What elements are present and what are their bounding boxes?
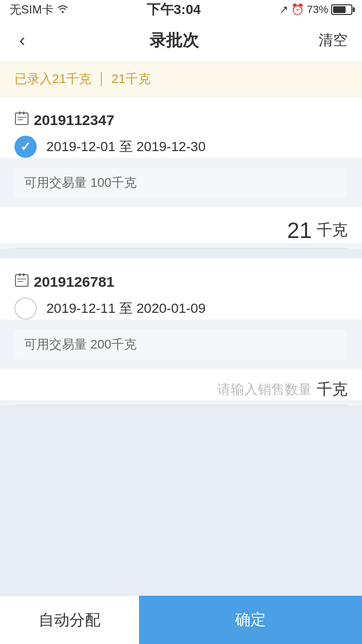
batch-header-1: 2019112347 xyxy=(14,111,348,129)
banner-divider xyxy=(101,72,102,86)
svg-rect-7 xyxy=(23,273,25,276)
svg-rect-0 xyxy=(15,113,28,125)
bottom-bar: 自动分配 确定 xyxy=(0,596,362,644)
batch-icon-2 xyxy=(14,273,29,291)
batch-row-1: 2019-12-01 至 2019-12-30 xyxy=(14,136,348,158)
status-right: ↗ ⏰ 73% xyxy=(279,3,352,16)
batch-header-2: 2019126781 xyxy=(14,273,348,291)
available-tag-1: 可用交易量 100千克 xyxy=(14,168,348,198)
batch-id-1: 2019112347 xyxy=(34,112,114,128)
confirm-button[interactable]: 确定 xyxy=(139,596,362,644)
status-bar: 无SIM卡 下午3:04 ↗ ⏰ 73% xyxy=(0,0,362,19)
wifi-icon xyxy=(57,3,68,16)
batch-icon-1 xyxy=(14,111,29,129)
amount-value: 21千克 xyxy=(111,70,151,87)
auto-distribute-button[interactable]: 自动分配 xyxy=(0,596,139,644)
radio-1[interactable] xyxy=(14,136,37,158)
batch-row-2: 2019-12-11 至 2020-01-09 xyxy=(14,297,348,320)
page-title: 录批次 xyxy=(150,29,199,52)
quantity-row-1: 21 千克 xyxy=(0,208,362,243)
info-banner: 已录入21千克 21千克 xyxy=(0,62,362,97)
carrier-text: 无SIM卡 xyxy=(10,2,54,17)
time-display: 下午3:04 xyxy=(147,0,201,19)
quantity-unit-1: 千克 xyxy=(317,220,348,241)
input-row-2: 请输入销售数量 千克 xyxy=(0,369,362,400)
recorded-amount: 已录入21千克 xyxy=(14,70,91,87)
available-tag-2: 可用交易量 200千克 xyxy=(14,329,348,360)
input-unit-2: 千克 xyxy=(317,379,348,400)
clear-button[interactable]: 清空 xyxy=(319,30,348,50)
svg-rect-2 xyxy=(23,112,25,114)
batch-item-2: 2019126781 2019-12-11 至 2020-01-09 xyxy=(0,258,362,320)
batch-item-1: 2019112347 2019-12-01 至 2019-12-30 xyxy=(0,97,362,158)
back-button[interactable]: ‹ xyxy=(14,26,30,56)
svg-rect-6 xyxy=(19,273,21,276)
quantity-value-1: 21 xyxy=(287,217,312,243)
alarm-icon: ⏰ xyxy=(291,3,304,16)
input-placeholder-2: 请输入销售数量 xyxy=(217,380,312,399)
section-divider xyxy=(0,249,362,258)
available-text-2: 可用交易量 200千克 xyxy=(24,337,137,351)
batch-id-2: 2019126781 xyxy=(34,274,114,290)
available-text-1: 可用交易量 100千克 xyxy=(24,175,137,190)
batch-date-2: 2019-12-11 至 2020-01-09 xyxy=(46,299,206,318)
batch-date-1: 2019-12-01 至 2019-12-30 xyxy=(46,138,206,156)
svg-rect-5 xyxy=(15,275,28,286)
svg-rect-1 xyxy=(19,112,21,114)
status-left: 无SIM卡 xyxy=(10,2,68,17)
location-icon: ↗ xyxy=(279,3,288,16)
battery-icon xyxy=(331,4,352,15)
nav-bar: ‹ 录批次 清空 xyxy=(0,19,362,62)
battery-percent: 73% xyxy=(307,3,328,16)
radio-2[interactable] xyxy=(14,297,37,320)
